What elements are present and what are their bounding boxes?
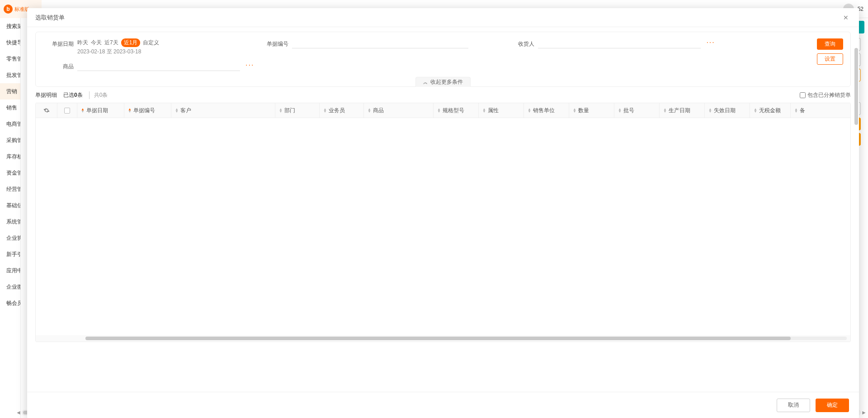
grid: ▲▼单据日期▲▼单据编号▲▼客户▲▼部门▲▼业务员▲▼商品▲▼规格型号▲▼属性▲… [35, 103, 851, 342]
include-split-label: 包含已分摊销货单 [807, 91, 851, 99]
cancel-button[interactable]: 取消 [777, 399, 810, 412]
modal-vscrollbar[interactable] [854, 27, 858, 392]
grid-column-label: 属性 [488, 107, 499, 114]
grid-column-header[interactable]: ▲▼客户 [171, 103, 275, 118]
modal-body: 单据日期 昨天今天近7天近1月自定义 2023-02-18 至 2023-03-… [27, 27, 859, 392]
modal-close-button[interactable]: ✕ [841, 13, 851, 23]
grid-column-label: 单据日期 [86, 107, 108, 114]
grid-column-label: 失效日期 [714, 107, 736, 114]
grid-column-header[interactable]: ▲▼部门 [275, 103, 320, 118]
sort-icon: ▲▼ [368, 108, 371, 113]
grid-select-all[interactable] [57, 103, 77, 118]
modal-title: 选取销货单 [35, 8, 65, 27]
sort-icon: ▲▼ [794, 108, 798, 113]
sort-icon: ▲▼ [618, 108, 622, 113]
grid-config-button[interactable] [36, 103, 57, 118]
sort-icon: ▲▼ [81, 108, 85, 113]
date-quick-option[interactable]: 自定义 [143, 39, 159, 47]
settings-button[interactable]: 设置 [817, 53, 843, 65]
modal-header: 选取销货单 ✕ [27, 8, 859, 27]
grid-column-header[interactable]: ▲▼生产日期 [660, 103, 705, 118]
sort-icon: ▲▼ [128, 108, 132, 113]
filter-order-no-label: 单据编号 [259, 38, 288, 48]
receiver-input[interactable] [538, 38, 701, 48]
sort-icon: ▲▼ [437, 108, 441, 113]
grid-column-header[interactable]: ▲▼业务员 [320, 103, 364, 118]
modal-footer: 取消 确定 [27, 392, 859, 418]
checkbox-icon [64, 108, 70, 114]
sort-icon: ▲▼ [482, 108, 486, 113]
close-icon: ✕ [843, 8, 849, 27]
grid-column-label: 客户 [180, 107, 191, 114]
grid-column-header[interactable]: ▲▼单据编号 [124, 103, 171, 118]
grid-column-label: 部门 [284, 107, 295, 114]
grid-column-label: 规格型号 [443, 107, 464, 114]
filter-product: 商品 ··· [57, 61, 256, 71]
filter-product-label: 商品 [57, 61, 74, 71]
date-quick-option[interactable]: 昨天 [77, 39, 88, 47]
selected-count: 已选0条 [63, 91, 83, 99]
list-header: 单据明细 已选0条 共0条 包含已分摊销货单 [32, 91, 854, 103]
grid-column-header[interactable]: ▲▼批号 [614, 103, 660, 118]
total-count: 共0条 [89, 91, 108, 99]
confirm-button[interactable]: 确定 [816, 399, 849, 412]
grid-column-header[interactable]: ▲▼商品 [364, 103, 434, 118]
date-quick-options: 昨天今天近7天近1月自定义 [77, 38, 159, 47]
filter-receiver: 收货人 ··· [505, 38, 717, 48]
filter-buttons: 查询 设置 [817, 38, 843, 65]
include-split-checkbox[interactable]: 包含已分摊销货单 [800, 91, 851, 99]
grid-hscroll-thumb[interactable] [85, 337, 791, 340]
date-range-text: 2023-02-18 至 2023-03-18 [77, 48, 159, 56]
sort-icon: ▲▼ [528, 108, 531, 113]
select-sales-order-modal: 选取销货单 ✕ 单据日期 昨天今天近7天近1月自定义 2023-02-18 至 … [27, 8, 859, 418]
grid-column-header[interactable]: ▲▼单据日期 [77, 103, 124, 118]
date-quick-option[interactable]: 近1月 [121, 38, 141, 47]
grid-column-label: 商品 [373, 107, 384, 114]
date-quick-option[interactable]: 近7天 [104, 39, 118, 47]
search-button[interactable]: 查询 [817, 38, 843, 50]
sort-icon: ▲▼ [663, 108, 667, 113]
list-tab[interactable]: 单据明细 [35, 91, 57, 99]
grid-column-header[interactable]: ▲▼数量 [569, 103, 614, 118]
filter-receiver-label: 收货人 [505, 38, 534, 48]
collapse-label: 收起更多条件 [430, 78, 463, 86]
grid-column-label: 销售单位 [533, 107, 555, 114]
grid-column-label: 批号 [623, 107, 634, 114]
grid-hscrollbar[interactable] [36, 335, 850, 342]
sort-icon: ▲▼ [573, 108, 576, 113]
grid-column-label: 业务员 [329, 107, 345, 114]
grid-column-label: 数量 [578, 107, 589, 114]
grid-column-header[interactable]: ▲▼备 [791, 103, 812, 118]
sort-icon: ▲▼ [754, 108, 757, 113]
sort-icon: ▲▼ [323, 108, 327, 113]
filter-date: 单据日期 昨天今天近7天近1月自定义 2023-02-18 至 2023-03-… [44, 38, 159, 56]
product-more-button[interactable]: ··· [244, 61, 256, 69]
filter-date-label: 单据日期 [44, 38, 74, 48]
sort-icon: ▲▼ [708, 108, 712, 113]
product-input[interactable] [77, 61, 240, 71]
date-quick-option[interactable]: 今天 [91, 39, 102, 47]
grid-column-label: 生产日期 [669, 107, 690, 114]
grid-column-header[interactable]: ▲▼规格型号 [434, 103, 479, 118]
grid-header: ▲▼单据日期▲▼单据编号▲▼客户▲▼部门▲▼业务员▲▼商品▲▼规格型号▲▼属性▲… [36, 103, 850, 118]
grid-column-header[interactable]: ▲▼失效日期 [705, 103, 750, 118]
sort-icon: ▲▼ [279, 108, 283, 113]
filter-panel: 单据日期 昨天今天近7天近1月自定义 2023-02-18 至 2023-03-… [35, 32, 851, 87]
grid-column-header[interactable]: ▲▼属性 [479, 103, 524, 118]
order-no-input[interactable] [292, 38, 468, 48]
grid-body-empty [36, 118, 850, 335]
grid-column-label: 单据编号 [133, 107, 155, 114]
modal-vscroll-thumb[interactable] [854, 48, 858, 125]
grid-column-header[interactable]: ▲▼销售单位 [524, 103, 569, 118]
grid-column-label: 无税金额 [759, 107, 781, 114]
include-split-input[interactable] [800, 92, 806, 98]
gear-icon [43, 107, 50, 114]
collapse-filters-button[interactable]: ︽ 收起更多条件 [415, 77, 471, 87]
filter-order-no: 单据编号 [259, 38, 468, 48]
grid-column-header[interactable]: ▲▼无税金额 [750, 103, 791, 118]
receiver-more-button[interactable]: ··· [704, 38, 717, 47]
grid-column-label: 备 [800, 107, 805, 114]
chevron-up-icon: ︽ [423, 79, 428, 86]
sort-icon: ▲▼ [175, 108, 179, 113]
